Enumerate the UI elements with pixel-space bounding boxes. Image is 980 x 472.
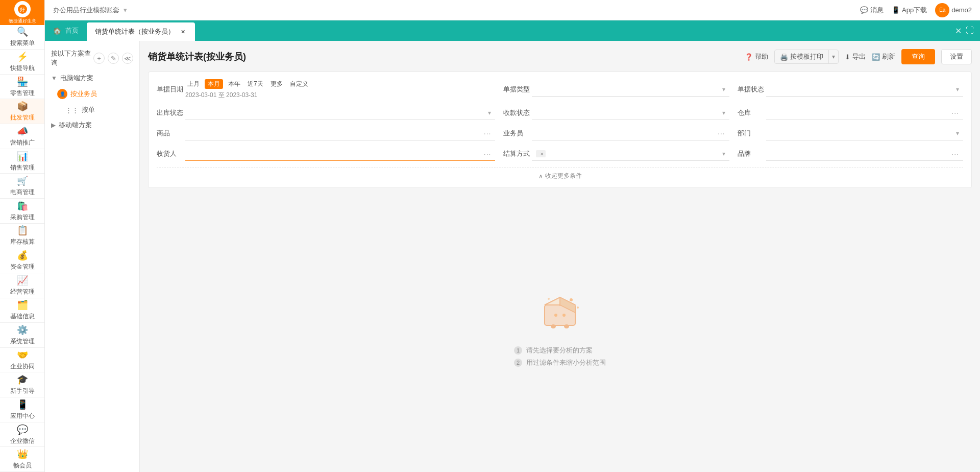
date-tab-custom[interactable]: 自定义 bbox=[288, 79, 310, 89]
finance-icon: 💰 bbox=[17, 250, 28, 261]
tab-close-icon[interactable]: ✕ bbox=[179, 28, 187, 36]
app-download-btn[interactable]: 📱 App下载 bbox=[892, 6, 927, 15]
svg-point-12 bbox=[562, 314, 566, 317]
export-btn[interactable]: ⬇ 导出 bbox=[845, 52, 866, 61]
collapse-btn[interactable]: ∧ 收起更多条件 bbox=[538, 172, 582, 180]
dept-select[interactable]: ▾ bbox=[766, 126, 963, 140]
quick-nav-icon: ⚡ bbox=[17, 51, 28, 62]
user-profile-btn[interactable]: Ea demo2 bbox=[935, 3, 972, 17]
sidebar-item-enterprise[interactable]: 🤝 企业协同 bbox=[0, 348, 45, 373]
date-tab-last7[interactable]: 近7天 bbox=[246, 79, 265, 89]
filter-payment-status: 收款状态 ▾ bbox=[503, 106, 729, 120]
filter-warehouse: 仓库 ··· bbox=[738, 106, 963, 120]
newcomer-icon: 🎓 bbox=[17, 374, 28, 385]
date-tab-this-month[interactable]: 本月 bbox=[205, 79, 223, 89]
payment-status-select[interactable]: ▾ bbox=[532, 106, 729, 120]
tree-item-by-staff[interactable]: 👤 按业务员 bbox=[45, 86, 139, 102]
sidebar-item-retail-label: 零售管理 bbox=[10, 89, 35, 98]
collapse-panel-btn[interactable]: ≪ bbox=[122, 53, 133, 64]
sidebar-item-system[interactable]: ⚙️ 系统管理 bbox=[0, 323, 45, 348]
app-logo[interactable]: 好 畅捷通好生意 bbox=[0, 0, 45, 25]
query-button[interactable]: 查询 bbox=[901, 49, 935, 64]
inventory-icon: 📋 bbox=[17, 225, 28, 236]
sidebar-item-operation[interactable]: 📈 经营管理 bbox=[0, 273, 45, 298]
appstore-icon: 📱 bbox=[17, 399, 28, 410]
tab-sales-stat[interactable]: 销货单统计表（按业务员） ✕ bbox=[87, 22, 195, 41]
sidebar-item-ecommerce[interactable]: 🛒 电商管理 bbox=[0, 174, 45, 199]
left-panel-header: 按以下方案查询 + ✎ ≪ bbox=[45, 46, 139, 70]
tree-item-pc-label: 电脑端方案 bbox=[60, 74, 93, 83]
close-tab-action[interactable]: ✕ bbox=[955, 26, 962, 36]
filter-row-1: 单据日期 上月 本月 本年 近7天 更多 自定义 2023-03-01 至 20… bbox=[157, 79, 963, 100]
tree-collapse-icon: ▶ bbox=[51, 122, 56, 129]
staff-select[interactable]: ··· bbox=[532, 126, 729, 140]
template-print-dropdown[interactable]: ▾ bbox=[829, 51, 838, 62]
message-btn[interactable]: 💬 消息 bbox=[860, 6, 884, 15]
warehouse-inner: ··· bbox=[770, 109, 959, 117]
tab-home[interactable]: 🏠 首页 bbox=[45, 20, 87, 41]
date-tab-last-month[interactable]: 上月 bbox=[185, 79, 202, 89]
tree-item-mobile[interactable]: ▶ 移动端方案 bbox=[45, 117, 139, 133]
brand-select[interactable]: ··· bbox=[766, 147, 963, 161]
tree-item-pc[interactable]: ▼ 电脑端方案 bbox=[45, 70, 139, 86]
refresh-btn[interactable]: 🔄 刷新 bbox=[872, 52, 895, 61]
retail-icon: 🏪 bbox=[17, 76, 28, 87]
date-tab-this-year[interactable]: 本年 bbox=[226, 79, 242, 89]
empty-state-icon bbox=[534, 285, 585, 336]
sidebar-item-newcomer[interactable]: 🎓 新手引导 bbox=[0, 372, 45, 397]
settlement-select[interactable]: × ▾ bbox=[532, 147, 729, 161]
template-print-btn[interactable]: 🖨️ 按模板打印 bbox=[775, 50, 829, 63]
content-area: 按以下方案查询 + ✎ ≪ ▼ 电脑端方案 👤 bbox=[45, 41, 980, 472]
sidebar-item-inventory[interactable]: 📋 库存核算 bbox=[0, 224, 45, 249]
help-label: 帮助 bbox=[755, 52, 768, 61]
logo-icon: 好 bbox=[14, 1, 31, 17]
delivery-status-label: 出库状态 bbox=[157, 108, 185, 117]
sidebar-item-retail[interactable]: 🏪 零售管理 bbox=[0, 75, 45, 100]
delivery-status-select[interactable]: ▾ bbox=[185, 106, 495, 120]
sidebar-item-basic[interactable]: 🗂️ 基础信息 bbox=[0, 298, 45, 323]
doc-type-label: 单据类型 bbox=[503, 85, 532, 94]
filter-dept: 部门 ▾ bbox=[738, 126, 963, 140]
sidebar-item-operation-label: 经营管理 bbox=[10, 288, 35, 296]
breadcrumb-expand-icon[interactable]: ▾ bbox=[124, 6, 127, 14]
sidebar-item-marketing[interactable]: 📣 营销推广 bbox=[0, 124, 45, 149]
left-panel-action-group: + ✎ ≪ bbox=[93, 53, 133, 64]
doc-status-chevron-icon: ▾ bbox=[956, 86, 959, 93]
payment-status-inner: ▾ bbox=[536, 109, 725, 116]
settings-button[interactable]: 设置 bbox=[941, 49, 972, 64]
tree-item-by-order[interactable]: ⋮⋮ 按单 bbox=[45, 102, 139, 117]
svg-point-11 bbox=[554, 314, 557, 317]
maximize-tab-action[interactable]: ⛶ bbox=[966, 26, 974, 35]
settlement-tag-close-btn[interactable]: × bbox=[540, 151, 543, 157]
sidebar-item-wechat[interactable]: 💬 企业微信 bbox=[0, 422, 45, 447]
staff-inner: ··· bbox=[536, 129, 725, 137]
consignee-input[interactable]: ··· bbox=[185, 147, 495, 161]
sidebar-item-wholesale[interactable]: 📦 批发管理 bbox=[0, 99, 45, 124]
help-btn[interactable]: ❓ 帮助 bbox=[745, 52, 768, 61]
sidebar-item-wechat-label: 企业微信 bbox=[10, 437, 35, 445]
sidebar-item-appstore[interactable]: 📱 应用中心 bbox=[0, 397, 45, 422]
sidebar-item-purchase-label: 采购管理 bbox=[10, 213, 35, 222]
goods-select[interactable]: ··· bbox=[185, 126, 495, 140]
add-scheme-btn[interactable]: + bbox=[93, 53, 105, 64]
sidebar-item-sales[interactable]: 📊 销售管理 bbox=[0, 149, 45, 174]
doc-status-select[interactable]: ▾ bbox=[766, 82, 963, 97]
filter-settlement: 结算方式 × ▾ bbox=[503, 147, 729, 161]
tip-text-1: 请先选择要分析的方案 bbox=[526, 346, 593, 355]
sidebar-item-search[interactable]: 🔍 搜索菜单 bbox=[0, 25, 45, 50]
sidebar-item-purchase[interactable]: 🛍️ 采购管理 bbox=[0, 199, 45, 224]
sidebar-item-member[interactable]: 👑 畅会员 bbox=[0, 447, 45, 472]
brand-label: 品牌 bbox=[738, 149, 766, 158]
empty-tips: 1 请先选择要分析的方案 2 用过滤条件来缩小分析范围 bbox=[514, 346, 606, 367]
date-tab-more[interactable]: 更多 bbox=[268, 79, 285, 89]
refresh-label: 刷新 bbox=[882, 52, 895, 61]
left-panel-title: 按以下方案查询 bbox=[51, 49, 93, 67]
warehouse-select[interactable]: ··· bbox=[766, 106, 963, 120]
edit-scheme-btn[interactable]: ✎ bbox=[108, 53, 119, 64]
sidebar-item-finance[interactable]: 💰 资金管理 bbox=[0, 248, 45, 273]
sidebar-item-wholesale-label: 批发管理 bbox=[10, 113, 35, 122]
brand-dots-icon: ··· bbox=[951, 150, 959, 158]
sidebar-item-quick-nav[interactable]: ⚡ 快捷导航 bbox=[0, 50, 45, 75]
sidebar-item-basic-label: 基础信息 bbox=[10, 312, 35, 321]
doc-type-select[interactable]: ▾ bbox=[532, 82, 729, 97]
